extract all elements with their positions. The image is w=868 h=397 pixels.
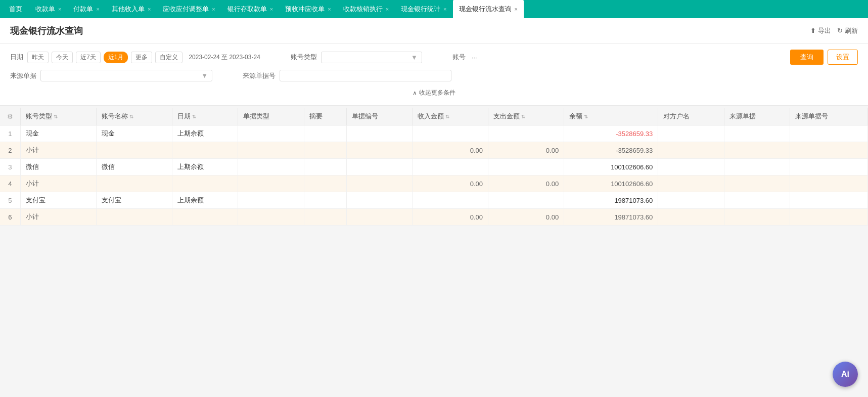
table-row[interactable]: 5 支付宝 支付宝 上期余额 19871073.60	[0, 192, 868, 209]
cell-source-doc	[724, 159, 790, 175]
filter-row-1: 日期 昨天 今天 近7天 近1月 更多 自定义 2023-02-24 至 202…	[10, 50, 858, 65]
nav-tab-8[interactable]: 现金银行流水查询 ×	[453, 0, 524, 18]
cell-source-doc-num	[790, 175, 868, 192]
cell-number: 3	[0, 159, 20, 175]
table-row[interactable]: 6 小计 0.00 0.00 19871073.60	[0, 209, 868, 226]
nav-tab-6[interactable]: 收款核销执行 ×	[337, 0, 395, 18]
cell-account-type: 小计	[20, 175, 96, 192]
page-header: 现金银行流水查询 ⬆ 导出 ↻ 刷新	[0, 18, 868, 43]
action-buttons: 查询 设置	[790, 50, 858, 65]
table-body: 1 现金 现金 上期余额 -3528659.33 2 小计 0.00 0.00 …	[0, 125, 868, 226]
cell-balance: -3528659.33	[564, 142, 658, 159]
cell-date	[172, 142, 238, 159]
cell-account-type: 现金	[20, 125, 96, 142]
close-icon[interactable]: ×	[328, 6, 331, 12]
cell-doc-number	[346, 192, 412, 209]
sort-icon: ⇅	[54, 114, 58, 119]
table-container: ⚙ 账号类型⇅ 账号名称⇅ 日期⇅ 单据类型 摘要 单据编号	[0, 108, 868, 226]
th-account-name[interactable]: 账号名称⇅	[96, 108, 172, 125]
table-row[interactable]: 3 微信 微信 上期余额 100102606.60	[0, 159, 868, 175]
collapse-bar[interactable]: ∧ 收起更多条件	[10, 86, 858, 99]
th-date[interactable]: 日期⇅	[172, 108, 238, 125]
cell-doc-number	[346, 125, 412, 142]
refresh-button[interactable]: ↻ 刷新	[837, 26, 858, 35]
cell-expense: 0.00	[488, 209, 564, 226]
cell-counterpart	[658, 125, 724, 142]
nav-home[interactable]: 首页	[2, 0, 29, 18]
cell-income	[412, 192, 488, 209]
cell-doc-number	[346, 209, 412, 226]
date-label: 日期	[10, 53, 23, 62]
th-source-doc[interactable]: 来源单据	[724, 108, 790, 125]
cell-date	[172, 175, 238, 192]
close-icon[interactable]: ×	[270, 6, 273, 12]
th-doc-type[interactable]: 单据类型	[238, 108, 304, 125]
cell-counterpart	[658, 159, 724, 175]
th-doc-number[interactable]: 单据编号	[346, 108, 412, 125]
date-btn-7days[interactable]: 近7天	[76, 52, 101, 63]
cell-source-doc	[724, 175, 790, 192]
close-icon[interactable]: ×	[386, 6, 389, 12]
cell-number: 4	[0, 175, 20, 192]
th-settings[interactable]: ⚙	[0, 108, 20, 125]
cell-balance: 100102606.60	[564, 175, 658, 192]
table-row[interactable]: 2 小计 0.00 0.00 -3528659.33	[0, 142, 868, 159]
settings-button[interactable]: 设置	[828, 50, 858, 65]
cell-expense	[488, 125, 564, 142]
date-btn-1month[interactable]: 近1月	[104, 52, 128, 63]
source-doc-select[interactable]: ▼	[40, 70, 212, 81]
nav-tab-1[interactable]: 付款单 ×	[67, 0, 105, 18]
cell-counterpart	[658, 175, 724, 192]
th-income[interactable]: 收入金额⇅	[412, 108, 488, 125]
nav-tab-3[interactable]: 应收应付调整单 ×	[157, 0, 221, 18]
th-expense[interactable]: 支出金额⇅	[488, 108, 564, 125]
close-icon[interactable]: ×	[58, 6, 61, 12]
nav-tab-0[interactable]: 收款单 ×	[29, 0, 67, 18]
cell-doc-type	[238, 159, 304, 175]
nav-tab-7[interactable]: 现金银行统计 ×	[395, 0, 452, 18]
date-btn-custom[interactable]: 自定义	[155, 52, 182, 63]
nav-tab-4[interactable]: 银行存取款单 ×	[221, 0, 279, 18]
close-icon[interactable]: ×	[515, 6, 518, 12]
nav-tab-5[interactable]: 预收冲应收单 ×	[279, 0, 337, 18]
account-type-label: 账号类型	[291, 53, 317, 62]
th-summary[interactable]: 摘要	[304, 108, 346, 125]
cell-account-type: 支付宝	[20, 192, 96, 209]
date-btn-more[interactable]: 更多	[131, 52, 152, 63]
close-icon[interactable]: ×	[212, 6, 215, 12]
table-row[interactable]: 4 小计 0.00 0.00 100102606.60	[0, 175, 868, 192]
close-icon[interactable]: ×	[148, 6, 151, 12]
cell-balance: -3528659.33	[564, 125, 658, 142]
source-doc-num-input[interactable]	[280, 70, 451, 81]
th-account-type[interactable]: 账号类型⇅	[20, 108, 96, 125]
cell-account-name	[96, 142, 172, 159]
nav-tab-2[interactable]: 其他收入单 ×	[106, 0, 157, 18]
cell-account-name: 现金	[96, 125, 172, 142]
th-counterpart[interactable]: 对方户名	[658, 108, 724, 125]
date-options: 昨天 今天 近7天 近1月 更多 自定义	[27, 52, 182, 63]
th-source-doc-num[interactable]: 来源单据号	[790, 108, 868, 125]
close-icon[interactable]: ×	[96, 6, 99, 12]
source-doc-filter: 来源单据 ▼	[10, 70, 212, 81]
cell-number: 5	[0, 192, 20, 209]
export-button[interactable]: ⬆ 导出	[810, 26, 831, 35]
date-btn-today[interactable]: 今天	[52, 52, 73, 63]
cell-doc-type	[238, 142, 304, 159]
account-dots[interactable]: ···	[470, 54, 479, 61]
th-balance[interactable]: 余额⇅	[564, 108, 658, 125]
date-btn-yesterday[interactable]: 昨天	[27, 52, 49, 63]
cell-income	[412, 125, 488, 142]
cell-account-type: 小计	[20, 142, 96, 159]
query-button[interactable]: 查询	[790, 50, 824, 65]
cell-counterpart	[658, 142, 724, 159]
cell-source-doc	[724, 142, 790, 159]
table-row[interactable]: 1 现金 现金 上期余额 -3528659.33	[0, 125, 868, 142]
source-doc-num-filter: 来源单据号	[243, 70, 451, 81]
cell-source-doc-num	[790, 192, 868, 209]
chevron-down-icon: ▼	[411, 54, 418, 61]
close-icon[interactable]: ×	[443, 6, 446, 12]
cell-date: 上期余额	[172, 192, 238, 209]
cell-number: 1	[0, 125, 20, 142]
date-range-display: 2023-02-24 至 2023-03-24	[189, 53, 260, 62]
account-type-select[interactable]: ▼	[321, 52, 422, 63]
